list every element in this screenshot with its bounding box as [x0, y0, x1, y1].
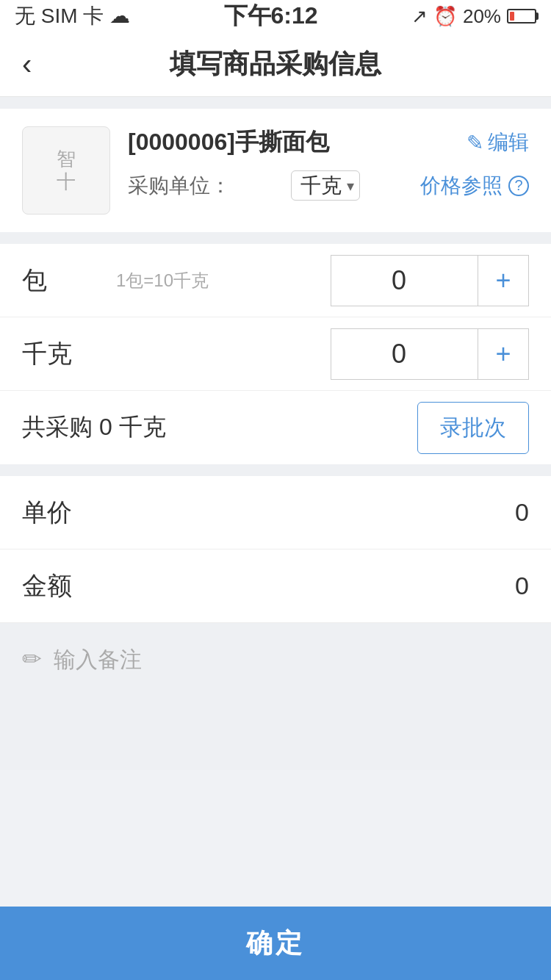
product-info: [0000006]手撕面包 ✎ 编辑 采购单位： 千克 价格参照 ? — [128, 126, 529, 201]
remark-area[interactable]: ✏ 输入备注 — [0, 623, 551, 770]
edit-button[interactable]: ✎ 编辑 — [467, 129, 529, 156]
product-card: 智 十 [0000006]手撕面包 ✎ 编辑 采购单位： 千克 — [0, 109, 551, 232]
product-header: [0000006]手撕面包 ✎ 编辑 — [128, 126, 529, 159]
unit-price-value: 0 — [515, 498, 529, 527]
status-left: 无 SIM 卡 ☁ — [15, 2, 130, 30]
lower-divider — [0, 464, 551, 476]
amount-label: 金额 — [22, 569, 72, 603]
battery-percent: 20% — [463, 5, 501, 28]
amount-value: 0 — [515, 572, 529, 600]
logo-line2: 十 — [57, 170, 76, 193]
price-ref-button[interactable]: 价格参照 ? — [420, 172, 529, 200]
status-time: 下午6:12 — [224, 0, 318, 32]
batch-button[interactable]: 录批次 — [417, 402, 529, 454]
kg-input-row: 千克 + — [0, 317, 551, 391]
status-bar: 无 SIM 卡 ☁ 下午6:12 ↗ ⏰ 20% — [0, 0, 551, 32]
pack-plus-button[interactable]: + — [478, 255, 529, 306]
location-icon: ↗ — [411, 5, 428, 28]
mid-divider — [0, 232, 551, 244]
confirm-button[interactable]: 确定 — [0, 907, 551, 980]
alarm-icon: ⏰ — [433, 5, 457, 28]
remark-placeholder: 输入备注 — [54, 645, 142, 675]
unit-select-wrapper[interactable]: 千克 — [291, 170, 360, 201]
pack-input-right: + — [331, 255, 529, 306]
help-icon: ? — [508, 176, 529, 196]
nav-bar: ‹ 填写商品采购信息 — [0, 32, 551, 97]
amount-row: 金额 0 — [0, 550, 551, 623]
product-logo: 智 十 — [57, 148, 76, 193]
back-button[interactable]: ‹ — [22, 48, 32, 81]
pack-input-row: 包 1包=10千克 + — [0, 244, 551, 317]
pencil-icon: ✏ — [22, 645, 42, 673]
page-title: 填写商品采购信息 — [170, 46, 381, 82]
total-amount: 0 — [99, 414, 119, 440]
logo-line1: 智 — [57, 148, 76, 170]
kg-qty-input[interactable] — [331, 328, 478, 380]
total-text: 共采购 0 千克 — [22, 411, 166, 444]
kg-plus-button[interactable]: + — [478, 328, 529, 380]
battery-icon — [507, 9, 536, 24]
kg-input-right: + — [331, 328, 529, 380]
pack-qty-input[interactable] — [331, 255, 478, 306]
kg-label: 千克 — [22, 337, 110, 371]
unit-price-label: 单价 — [22, 496, 72, 530]
edit-icon: ✎ — [467, 131, 483, 155]
total-row: 共采购 0 千克 录批次 — [0, 391, 551, 464]
unit-price-row: 单价 0 — [0, 476, 551, 550]
product-image: 智 十 — [22, 126, 110, 215]
signal-text: 无 SIM 卡 ☁ — [15, 2, 130, 30]
pack-label: 包 — [22, 264, 110, 298]
pack-sublabel: 1包=10千克 — [116, 269, 331, 292]
unit-label: 采购单位： — [128, 172, 231, 200]
top-divider — [0, 97, 551, 109]
status-right: ↗ ⏰ 20% — [411, 5, 536, 28]
product-unit-row: 采购单位： 千克 价格参照 ? — [128, 170, 529, 201]
unit-select[interactable]: 千克 — [291, 170, 360, 201]
product-name: [0000006]手撕面包 — [128, 126, 329, 159]
